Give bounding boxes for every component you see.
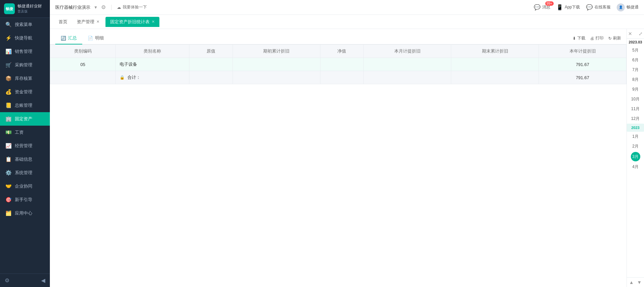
- online-service-button[interactable]: 💬 在线客服: [586, 4, 611, 10]
- user-profile-button[interactable]: 👤 畅捷通: [617, 3, 639, 11]
- building-icon: 🏢: [5, 116, 11, 122]
- collapse-icon[interactable]: ◀: [41, 277, 45, 284]
- service-icon: 💬: [586, 4, 593, 10]
- cell-closing-dep: [451, 58, 539, 71]
- logo-title: 畅捷通好业财: [18, 4, 42, 9]
- detail-icon: 📄: [88, 36, 93, 41]
- cell-original: [189, 58, 233, 71]
- month-item-5[interactable]: 5月: [627, 45, 644, 55]
- tab-close-asset[interactable]: ✕: [96, 20, 99, 24]
- col-header-annual-dep: 本年计提折旧: [539, 45, 626, 58]
- col-header-opening-dep: 期初累计折旧: [233, 45, 320, 58]
- month-item-8[interactable]: 8月: [627, 75, 644, 85]
- panel-close-button[interactable]: ✕: [628, 31, 632, 36]
- main-content: 医疗器械行业演示 ▼ ⚙ ☁ 我要体验一下 💬 消息 99+ 📱 App下载 💬…: [50, 0, 644, 287]
- panel-expand-button[interactable]: ⤢: [639, 31, 643, 36]
- inner-tab-detail[interactable]: 📄 明细: [82, 32, 109, 44]
- handshake-icon: 🤝: [5, 183, 11, 189]
- cart-icon: 🛒: [5, 62, 11, 68]
- inner-tab-summary[interactable]: 🔄 汇总: [55, 32, 82, 44]
- print-icon: 🖨: [590, 36, 594, 41]
- total-label: 🔒 合计：: [116, 71, 189, 84]
- tab-home[interactable]: 首页: [55, 17, 71, 27]
- month-item-2[interactable]: 2月: [627, 141, 644, 151]
- sidebar-item-fixed-assets[interactable]: 🏢 固定资产: [0, 112, 50, 126]
- app-download-button[interactable]: 📱 App下载: [556, 4, 580, 10]
- message-icon: 💬: [534, 4, 541, 10]
- guide-icon: 🎯: [5, 197, 11, 203]
- settings-footer-icon[interactable]: ⚙: [5, 277, 9, 284]
- cloud-icon: ☁: [117, 5, 121, 10]
- sidebar-item-basic-info[interactable]: 📋 基础信息: [0, 153, 50, 166]
- tab-close-depreciation[interactable]: ✕: [152, 20, 155, 24]
- lock-icon: 🔒: [120, 75, 125, 80]
- table-row: 05 电子设备 791.67: [50, 58, 626, 71]
- summary-icon: 🔄: [61, 36, 66, 41]
- col-header-closing-dep: 期末累计折旧: [451, 45, 539, 58]
- cell-monthly-dep: [364, 58, 451, 71]
- phone-icon: 📱: [556, 4, 563, 10]
- gear-icon: ⚙️: [5, 170, 11, 176]
- content-area: 🔄 汇总 📄 明细 ⬇ 下载 🖨 打印: [50, 29, 644, 287]
- year-2023-marker[interactable]: 2023: [627, 124, 644, 132]
- money-icon: 💰: [5, 89, 11, 95]
- col-header-net-value: 净值: [320, 45, 364, 58]
- messages-button[interactable]: 💬 消息 99+: [534, 4, 550, 10]
- print-button[interactable]: 🖨 打印: [590, 35, 604, 41]
- month-item-12[interactable]: 12月: [627, 114, 644, 124]
- topbar-settings-icon[interactable]: ⚙: [101, 4, 106, 10]
- right-panel-header: ✕ ⤢: [627, 29, 644, 39]
- tab-asset-management[interactable]: 资产管理 ✕: [72, 17, 104, 27]
- logo-subtitle: 普及版: [18, 9, 42, 14]
- sidebar-item-operations[interactable]: 📈 经营管理: [0, 139, 50, 153]
- cell-net-value: [320, 58, 364, 71]
- sidebar-item-inventory[interactable]: 📦 库存核算: [0, 72, 50, 85]
- sidebar-item-payroll[interactable]: 💵 工资: [0, 126, 50, 139]
- month-item-6[interactable]: 6月: [627, 55, 644, 65]
- month-item-4[interactable]: 4月: [627, 162, 644, 172]
- month-item-11[interactable]: 11月: [627, 104, 644, 114]
- chart-icon: 📊: [5, 49, 11, 55]
- right-panel-footer: ▲ ▼: [627, 277, 644, 287]
- cell-code: 05: [50, 58, 116, 71]
- month-item-1[interactable]: 1月: [627, 132, 644, 141]
- sidebar-item-funds[interactable]: 💰 资金管理: [0, 85, 50, 99]
- month-item-10[interactable]: 10月: [627, 94, 644, 104]
- sidebar-item-quick-nav[interactable]: ⚡ 快捷导航: [0, 31, 50, 45]
- message-badge: 99+: [545, 1, 554, 6]
- cell-annual-dep: 791.67: [539, 58, 626, 71]
- month-item-7[interactable]: 7月: [627, 65, 644, 75]
- sidebar-item-search[interactable]: 🔍 搜索菜单: [0, 18, 50, 31]
- depreciation-table: 类别编码 类别名称 原值 期初累计折旧 净值 本月计提折旧 期末累计折旧 本年计…: [50, 44, 626, 84]
- download-button[interactable]: ⬇ 下载: [573, 35, 585, 41]
- lightning-icon: ⚡: [5, 35, 11, 41]
- operations-icon: 📈: [5, 143, 11, 149]
- payroll-icon: 💵: [5, 129, 11, 135]
- inner-tabs: 🔄 汇总 📄 明细 ⬇ 下载 🖨 打印: [50, 29, 626, 44]
- sidebar: 畅捷 畅捷通好业财 普及版 🔍 搜索菜单 ⚡ 快捷导航 📊 销售管理 🛒 采购管…: [0, 0, 50, 287]
- col-header-monthly-dep: 本月计提折旧: [364, 45, 451, 58]
- table-total-row: 🔒 合计： 791.67: [50, 71, 626, 84]
- sidebar-nav: 🔍 搜索菜单 ⚡ 快捷导航 📊 销售管理 🛒 采购管理 📦 库存核算 💰 资金管…: [0, 18, 50, 274]
- sidebar-item-ledger[interactable]: 📒 总账管理: [0, 99, 50, 112]
- refresh-button[interactable]: ↻ 刷新: [608, 35, 621, 41]
- panel-up-button[interactable]: ▲: [629, 280, 634, 285]
- month-item-3-active[interactable]: 3月: [631, 152, 640, 161]
- company-dropdown-icon[interactable]: ▼: [94, 5, 98, 10]
- sidebar-item-purchase[interactable]: 🛒 采购管理: [0, 58, 50, 72]
- panel-down-button[interactable]: ▼: [637, 280, 642, 285]
- tab-depreciation-report[interactable]: 固定资产折旧统计表 ✕: [105, 17, 159, 27]
- experience-button[interactable]: ☁ 我要体验一下: [117, 4, 147, 10]
- sidebar-item-enterprise[interactable]: 🤝 企业协同: [0, 180, 50, 193]
- sidebar-item-app-center[interactable]: 🗂️ 应用中心: [0, 206, 50, 220]
- box-icon: 📦: [5, 75, 11, 82]
- app-icon: 🗂️: [5, 210, 11, 216]
- sidebar-item-guide[interactable]: 🎯 新手引导: [0, 193, 50, 206]
- sidebar-item-sales[interactable]: 📊 销售管理: [0, 45, 50, 58]
- topbar: 医疗器械行业演示 ▼ ⚙ ☁ 我要体验一下 💬 消息 99+ 📱 App下载 💬…: [50, 0, 644, 15]
- sidebar-item-system[interactable]: ⚙️ 系统管理: [0, 166, 50, 180]
- toolbar: ⬇ 下载 🖨 打印 ↻ 刷新: [573, 34, 621, 42]
- col-header-original: 原值: [189, 45, 233, 58]
- total-annual-dep: 791.67: [539, 71, 626, 84]
- month-item-9[interactable]: 9月: [627, 85, 644, 94]
